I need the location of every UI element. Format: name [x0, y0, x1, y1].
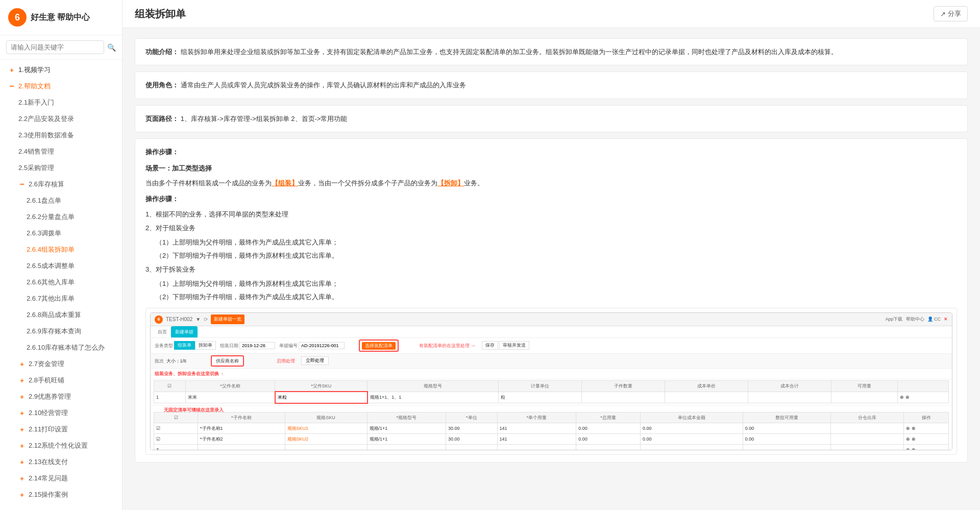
sidebar-item-2-15-label: 2.15操作案例	[29, 490, 68, 499]
sidebar-item-2-6-2[interactable]: 2.6.2分量盘点单	[0, 209, 122, 225]
ss-docnum-label: 单据编号	[279, 342, 298, 350]
ss-annotation-wuguding: 无固定清单可继续在这里录入	[164, 406, 224, 414]
ss-ltd-num-3: 3	[154, 445, 198, 450]
ss-upper-td-name: 米米	[185, 392, 275, 403]
sidebar-item-2-15[interactable]: + 2.15操作案例	[0, 487, 122, 503]
sidebar-item-2-6-3[interactable]: 2.6.3调拨单	[0, 225, 122, 241]
ss-ltd-sku-2: 规格SKU2	[285, 433, 367, 444]
ss-ltd-name-3	[198, 445, 285, 450]
role-label: 使用角色：	[145, 81, 179, 89]
sidebar-item-docs-2-3-label: 2.3使用前数据准备	[18, 131, 74, 140]
sidebar-item-2-12[interactable]: + 2.12系统个性化设置	[0, 438, 122, 454]
sidebar-item-2-6-5[interactable]: 2.6.5成本调整单	[0, 258, 122, 274]
search-button[interactable]: 🔍	[107, 43, 116, 52]
ss-lower-row-1: ☑ *子件名称1 规格SKU1 规格/1+1 30.00 141 0.00 0.…	[154, 423, 949, 433]
share-button[interactable]: ↗ 分享	[934, 6, 968, 21]
page-title: 组装拆卸单	[135, 7, 186, 21]
ss-annotation-zuzhuang: 组装业务、拆卸业务在这里切换	[155, 370, 219, 378]
ss-type-annotation-row: 组装业务、拆卸业务在这里切换 ↑	[151, 369, 952, 379]
sidebar-item-2-7[interactable]: + 2.7资金管理	[0, 356, 122, 372]
ss-annotation-peizhiqingdan: 有装配清单的在这里处理	[419, 342, 470, 350]
ss-lth-spec: *规格型号	[367, 412, 446, 423]
ss-ltd-num-1: ☑	[154, 423, 198, 433]
sidebar-item-2-6-7[interactable]: 2.6.7其他出库单	[0, 290, 122, 307]
ss-select-sku-btn[interactable]: 选择装配清单	[362, 342, 396, 350]
search-input[interactable]	[6, 40, 104, 54]
ss-ltd-unit-3	[446, 445, 497, 450]
ss-annotation-qiyong: 启用处理	[277, 357, 295, 365]
ss-upper-td-sku-highlight	[275, 392, 368, 403]
ss-ltd-qty-3	[497, 445, 576, 450]
sidebar-item-docs-2-3[interactable]: 2.3使用前数据准备	[0, 127, 122, 143]
sidebar-item-2-6-10[interactable]: 2.6.10库存账本错了怎么办	[0, 339, 122, 356]
ss-ltd-store-1	[830, 423, 903, 433]
sidebar-item-docs-2-4[interactable]: 2.4销售管理	[0, 143, 122, 160]
sidebar-item-2-6-1[interactable]: 2.6.1盘点单	[0, 192, 122, 209]
sidebar-item-2-14[interactable]: + 2.14常见问题	[0, 470, 122, 487]
plus-icon-2-7: +	[18, 360, 26, 368]
ss-new-btn[interactable]: 新建单据一览	[211, 314, 244, 324]
ss-arrow-down: ↑	[221, 370, 224, 378]
sidebar-item-2-8[interactable]: + 2.8手机旺铺	[0, 372, 122, 388]
sidebar-item-2-10[interactable]: + 2.10经营管理	[0, 405, 122, 421]
role-block: 使用角色： 通常由生产人员或库管人员完成拆装业务的操作，库管人员确认原材料的出库…	[135, 71, 968, 99]
ss-ltd-cost-1: 0.00	[641, 423, 743, 433]
sidebar-item-2-6-7-label: 2.6.7其他出库单	[27, 294, 75, 303]
chaichuo-link[interactable]: 【拆卸】	[437, 179, 464, 187]
ss-apply-btn[interactable]: 立即处理	[301, 356, 329, 365]
sidebar-item-2-11[interactable]: + 2.11打印设置	[0, 421, 122, 438]
role-text: 通常由生产人员或库管人员完成拆装业务的操作，库管人员确认原材料的出库和产成品的入…	[181, 81, 466, 89]
ss-date-input[interactable]	[239, 342, 275, 349]
ss-qiyong-input[interactable]: 供应商名称	[211, 355, 244, 367]
sidebar-item-2-6-9[interactable]: 2.6.9库存账本查询	[0, 323, 122, 339]
sidebar-item-2-9[interactable]: + 2.9优惠券管理	[0, 388, 122, 405]
sidebar-nav: + 1.视频学习 − 2.帮助文档 2.1新手入门 2.2产品安装及登录 2.3…	[0, 60, 122, 505]
sidebar-item-docs-2-2[interactable]: 2.2产品安装及登录	[0, 111, 122, 127]
sidebar-item-2-7-label: 2.7资金管理	[29, 359, 64, 369]
ss-dropdown-icon: ▼	[195, 315, 201, 324]
ss-docnum-input[interactable]	[299, 342, 345, 349]
sidebar-item-2-6-4[interactable]: 2.6.4组装拆卸单	[0, 241, 122, 258]
ss-app-store: App下载	[885, 315, 902, 323]
sidebar-item-docs[interactable]: − 2.帮助文档	[0, 78, 122, 94]
sidebar-item-docs-2-1[interactable]: 2.1新手入门	[0, 94, 122, 111]
ss-th-sku: *父件SKU	[275, 381, 368, 392]
sidebar-item-2-6-1-label: 2.6.1盘点单	[27, 196, 61, 205]
scene1-desc: 当由多个子件材料组装成一个成品的业务为【组装】业务，当由一个父件拆分成多个子产品…	[145, 177, 957, 189]
ss-ltd-num-2: ☑	[154, 433, 198, 444]
screenshot-container: 6 TEST-H002 ▼ ⟳ 新建单据一览 App下载 帮助中心 👤 CC	[145, 308, 957, 455]
ss-tab-active[interactable]: 新建单据	[171, 326, 198, 337]
ss-th-name: *父件名称	[185, 381, 275, 392]
sidebar-item-docs-2-5[interactable]: 2.5采购管理	[0, 160, 122, 176]
sidebar-item-2-6-8[interactable]: 2.6.8商品成本重算	[0, 307, 122, 323]
search-box[interactable]: 🔍	[0, 35, 122, 60]
sidebar: 6 好生意 帮助中心 🔍 + 1.视频学习 − 2.帮助文档 2.1新手入门 2…	[0, 0, 122, 510]
ss-ltd-store-3	[830, 445, 903, 450]
ss-review-btn[interactable]: 审核并发送	[499, 341, 529, 350]
sidebar-item-docs-2-6[interactable]: − 2.6库存核算	[0, 176, 122, 192]
plus-icon-2-13: +	[18, 458, 26, 466]
sidebar-item-2-6-6[interactable]: 2.6.6其他入库单	[0, 274, 122, 290]
content-area: 功能介绍： 组装拆卸单用来处理企业组装或拆卸等加工业务，支持有固定装配清单的产品…	[122, 28, 980, 510]
ss-action-btns: 保存 审核并发送	[482, 341, 529, 350]
sidebar-item-docs-2-5-label: 2.5采购管理	[18, 163, 54, 173]
ss-close[interactable]: ✕	[944, 315, 948, 323]
ss-lth-ops: 操作	[904, 412, 949, 423]
sidebar-item-2-9-label: 2.9优惠券管理	[29, 392, 71, 401]
ss-sku-input[interactable]	[278, 395, 298, 400]
ss-type-chai-btn[interactable]: 拆卸单	[195, 341, 216, 350]
ss-ltd-qty-2: 141	[497, 433, 576, 444]
ss-type-org-btn[interactable]: 组装单	[174, 341, 195, 350]
ss-peizhiqingdan-area: 选择装配清单 有装配清单的在这里处理 →	[359, 339, 476, 352]
sidebar-item-2-13[interactable]: + 2.13在线支付	[0, 454, 122, 470]
ss-ltd-store-2	[830, 433, 903, 444]
ss-save-btn[interactable]: 保存	[482, 341, 498, 350]
ss-tab-home[interactable]: 自页	[154, 326, 171, 337]
feature-intro-text: 组装拆卸单用来处理企业组装或拆卸等加工业务，支持有固定装配清单的产品加工业务，也…	[181, 48, 838, 56]
zuzhang-link[interactable]: 【组装】	[272, 179, 298, 187]
sidebar-item-2-6-8-label: 2.6.8商品成本重算	[27, 310, 81, 320]
sidebar-item-video[interactable]: + 1.视频学习	[0, 62, 122, 78]
ss-lth-cost: 单位成本金额	[641, 412, 743, 423]
sidebar-item-docs-2-6-label: 2.6库存核算	[29, 180, 64, 189]
ss-ltd-sku-1: 规格SKU1	[285, 423, 367, 433]
